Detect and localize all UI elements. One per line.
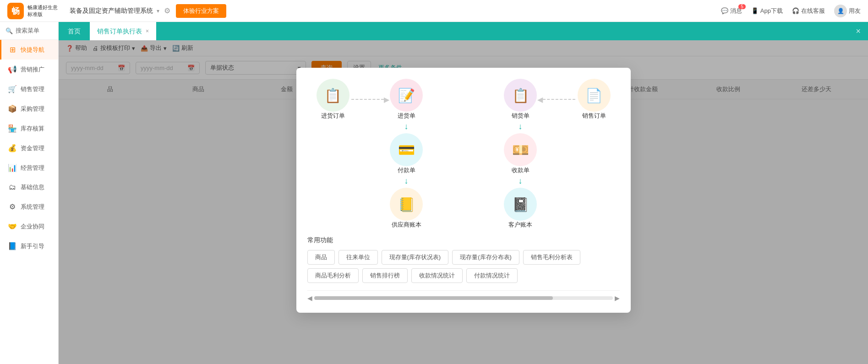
modal-overlay[interactable]: 📋 进货订单 ▶ [59, 40, 868, 364]
common-func-section: 常用功能 商品往来单位现存量(库存状况表)现存量(库存分布表)销售毛利分析表商品… [307, 236, 620, 283]
message-badge: 5 [738, 4, 746, 9]
sidebar-item-system[interactable]: ⚙系统管理 [0, 197, 58, 217]
sidebar-icon-finance: 💰 [8, 144, 17, 152]
sidebar-label-sales: 销售管理 [21, 85, 44, 93]
flow-label-purchase-order: 进货订单 [321, 112, 345, 120]
logo-area: 畅 畅康通好生意 标准版 [7, 3, 66, 19]
online-service-btn[interactable]: 🎧 在线客服 [792, 7, 825, 15]
sidebar-icon-quick-nav: ⊞ [8, 45, 17, 54]
experience-btn[interactable]: 体验行业方案 [176, 4, 226, 18]
sidebar-icon-marketing: 📢 [8, 65, 17, 74]
common-func-title: 常用功能 [307, 236, 620, 244]
user-menu[interactable]: 👤 用友 [834, 5, 861, 17]
logo-icon: 畅 [7, 3, 24, 19]
sidebar-item-quick-nav[interactable]: ⊞快捷导航 [0, 40, 58, 60]
sidebar-item-operations[interactable]: 📊经营管理 [0, 158, 58, 178]
sidebar-item-finance[interactable]: 💰资金管理 [0, 138, 58, 158]
flow-item-customer-ledger[interactable]: 📓 客户账本 [504, 188, 537, 229]
app-download-btn[interactable]: 📱 App下载 [751, 7, 783, 15]
tab-home[interactable]: 首页 [59, 22, 90, 40]
sidebar-icon-sales: 🛒 [8, 85, 17, 93]
sidebar-label-enterprise: 企业协同 [21, 223, 44, 231]
func-btn-现存量(库存状况表)[interactable]: 现存量(库存状况表) [382, 250, 449, 265]
func-btn-销售毛利分析表[interactable]: 销售毛利分析表 [523, 250, 580, 265]
sidebar-icon-inventory: 🏪 [8, 124, 17, 133]
func-btn-付款情况统计[interactable]: 付款情况统计 [466, 268, 518, 283]
sidebar-item-enterprise[interactable]: 🤝企业协同 [0, 217, 58, 236]
sidebar-label-finance: 资金管理 [21, 144, 44, 152]
settings-icon[interactable]: ⚙ [164, 6, 170, 15]
flow-label-customer-ledger: 客户账本 [508, 221, 532, 229]
search-icon: 🔍 [5, 27, 13, 34]
close-all-btn[interactable]: × [856, 27, 861, 36]
flow-diagram: 📋 进货订单 ▶ [307, 79, 620, 229]
sidebar-item-marketing[interactable]: 📢营销推广 [0, 60, 58, 79]
flow-item-purchase-order[interactable]: 📋 进货订单 [317, 79, 349, 120]
flow-label-purchase-bill: 进货单 [398, 112, 415, 120]
sidebar-item-basic-info[interactable]: 🗂基础信息 [0, 178, 58, 197]
sidebar-icon-basic-info: 🗂 [8, 183, 17, 191]
sidebar-label-operations: 经营管理 [21, 164, 44, 172]
app-icon: 📱 [751, 7, 759, 14]
flow-label-receipt-bill: 收款单 [512, 166, 530, 174]
system-title: 装备及固定资产辅助管理系统 ▾ [70, 7, 159, 15]
sidebar-icon-system: ⚙ [8, 202, 17, 211]
sidebar-icon-purchase: 📦 [8, 104, 17, 113]
flow-label-payment-bill: 付款单 [398, 166, 415, 174]
message-btn[interactable]: 💬 消息 5 [721, 7, 742, 15]
page-content: ❓ 帮助 🖨 按模板打印 ▾ 📤 导出 ▾ 🔄 [59, 40, 868, 364]
sidebar-item-newbie[interactable]: 📘新手引导 [0, 236, 58, 256]
tab-sales-order[interactable]: 销售订单执行表 × [90, 22, 156, 40]
sidebar-icon-operations: 📊 [8, 163, 17, 172]
flow-label-sales-bill: 销货单 [512, 112, 530, 120]
flow-item-supplier-ledger[interactable]: 📒 供应商账本 [390, 188, 423, 229]
func-buttons-container: 商品往来单位现存量(库存状况表)现存量(库存分布表)销售毛利分析表商品毛利分析销… [307, 250, 620, 283]
scroll-right-icon[interactable]: ▶ [615, 294, 620, 302]
search-menu-btn[interactable]: 🔍 搜索菜单 [0, 22, 58, 40]
sidebar-label-purchase: 采购管理 [21, 105, 44, 113]
func-btn-现存量(库存分布表)[interactable]: 现存量(库存分布表) [452, 250, 519, 265]
func-btn-销售排行榜[interactable]: 销售排行榜 [362, 268, 408, 283]
sidebar-icon-enterprise: 🤝 [8, 222, 17, 231]
scroll-left-icon[interactable]: ◀ [307, 294, 312, 302]
flow-item-purchase-bill[interactable]: 📝 进货单 [390, 79, 423, 120]
flow-label-sales-order: 销售订单 [582, 112, 606, 120]
flow-item-payment-bill[interactable]: 💳 付款单 [390, 133, 423, 174]
func-btn-商品毛利分析[interactable]: 商品毛利分析 [307, 268, 359, 283]
sidebar: 🔍 搜索菜单 ⊞快捷导航📢营销推广🛒销售管理📦采购管理🏪库存核算💰资金管理📊经营… [0, 22, 59, 364]
sidebar-label-newbie: 新手引导 [21, 242, 44, 250]
quick-nav-modal: 📋 进货订单 ▶ [296, 68, 631, 313]
sidebar-label-inventory: 库存核算 [21, 125, 44, 133]
sidebar-item-sales[interactable]: 🛒销售管理 [0, 79, 58, 99]
dropdown-arrow-icon[interactable]: ▾ [157, 8, 159, 14]
avatar: 👤 [834, 5, 847, 17]
flow-item-receipt-bill[interactable]: 💴 收款单 [504, 133, 537, 174]
scroll-area: ◀ ▶ [307, 290, 620, 302]
sidebar-label-marketing: 营销推广 [21, 65, 44, 74]
func-btn-收款情况统计[interactable]: 收款情况统计 [411, 268, 463, 283]
func-btn-商品[interactable]: 商品 [307, 250, 335, 265]
sidebar-label-basic-info: 基础信息 [21, 183, 44, 191]
flow-item-sales-bill[interactable]: 📋 销货单 [504, 79, 537, 120]
logo-text: 畅康通好生意 标准版 [27, 4, 58, 17]
tab-bar: 首页 销售订单执行表 × × [59, 22, 868, 40]
flow-label-supplier-ledger: 供应商账本 [392, 221, 421, 229]
scroll-track[interactable] [314, 296, 613, 300]
sidebar-label-quick-nav: 快捷导航 [21, 46, 44, 54]
sidebar-label-system: 系统管理 [21, 203, 44, 211]
func-btn-往来单位[interactable]: 往来单位 [338, 250, 378, 265]
message-icon: 💬 [721, 7, 728, 14]
service-icon: 🎧 [792, 7, 799, 14]
sidebar-icon-newbie: 📘 [8, 242, 17, 250]
tab-close-icon[interactable]: × [146, 22, 149, 40]
sidebar-item-inventory[interactable]: 🏪库存核算 [0, 119, 58, 138]
sidebar-item-purchase[interactable]: 📦采购管理 [0, 99, 58, 119]
flow-item-sales-order[interactable]: 📄 销售订单 [578, 79, 611, 120]
